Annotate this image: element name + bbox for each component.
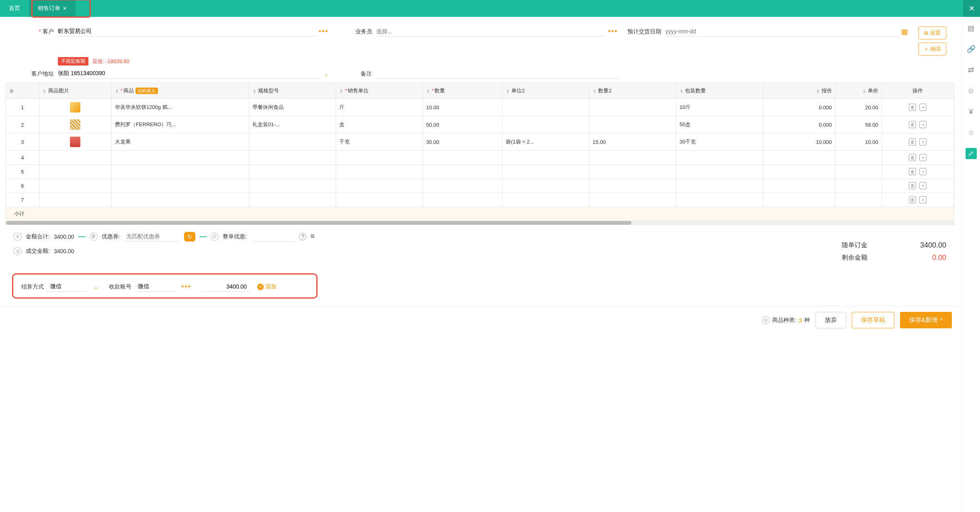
- deal-value: 3400.00: [54, 248, 74, 254]
- add-row-icon[interactable]: +: [919, 104, 927, 111]
- sort-icon[interactable]: ▲▼: [426, 89, 430, 94]
- sort-icon[interactable]: ▲▼: [679, 89, 683, 94]
- delete-row-icon[interactable]: 🗑: [909, 196, 916, 203]
- quote-cell[interactable]: 10.000: [763, 133, 835, 151]
- swap-icon[interactable]: ⇄: [966, 64, 977, 76]
- product-image-cell[interactable]: [39, 116, 111, 133]
- payment-amount-input[interactable]: [202, 282, 250, 292]
- more-icon[interactable]: •••: [178, 283, 195, 291]
- qty-cell[interactable]: 10.00: [423, 99, 502, 116]
- delete-row-icon[interactable]: 🗑: [909, 182, 916, 189]
- link-icon[interactable]: 🔗: [966, 43, 977, 55]
- money-icon[interactable]: ¥: [966, 106, 977, 117]
- delete-row-icon[interactable]: 🗑: [909, 154, 916, 161]
- qty-cell[interactable]: 30.00: [423, 133, 502, 151]
- chevron-down-icon[interactable]: ⌄: [90, 284, 102, 290]
- star-icon[interactable]: ☆: [966, 127, 977, 138]
- gear-icon[interactable]: ⚙: [9, 88, 14, 94]
- settings-button[interactable]: ⚙设置: [918, 27, 946, 39]
- more-icon[interactable]: •••: [316, 27, 332, 36]
- sort-icon[interactable]: ▲▼: [339, 89, 343, 94]
- remark-input[interactable]: [376, 69, 621, 79]
- save-and-new-button[interactable]: 保存&新增 ^: [900, 312, 952, 328]
- unit-cell[interactable]: 千克: [336, 133, 423, 151]
- scan-entry-button[interactable]: 扫码录入: [135, 88, 158, 94]
- product-image-cell[interactable]: [39, 133, 111, 151]
- quote-cell[interactable]: 0.000: [763, 99, 835, 116]
- salesperson-input[interactable]: [376, 27, 605, 37]
- add-payment-button[interactable]: + 添加: [257, 283, 277, 291]
- table-row[interactable]: 2费列罗（FERRERO）巧...礼盒装01-...盒50.0050盒0.000…: [6, 116, 954, 133]
- note-icon[interactable]: ▤: [966, 23, 977, 34]
- sort-icon[interactable]: ▲▼: [506, 89, 510, 94]
- coupon-input[interactable]: [124, 231, 180, 242]
- product-image-cell[interactable]: [39, 99, 111, 116]
- customer-address-input[interactable]: [58, 69, 321, 79]
- payment-method-input[interactable]: [47, 282, 87, 292]
- payment-account-input[interactable]: [135, 282, 175, 292]
- packqty-cell[interactable]: 50盒: [676, 116, 763, 133]
- table-row[interactable]: 5🗑+: [6, 165, 954, 179]
- discard-button[interactable]: 放弃: [816, 312, 846, 328]
- add-row-icon[interactable]: +: [919, 154, 927, 161]
- horizontal-scrollbar[interactable]: [6, 221, 954, 225]
- qty2-cell[interactable]: [589, 99, 676, 116]
- delete-row-icon[interactable]: 🗑: [909, 168, 916, 175]
- packqty-cell[interactable]: 10斤: [676, 99, 763, 116]
- sort-icon[interactable]: ▲▼: [252, 89, 256, 94]
- save-draft-button[interactable]: 保存草稿: [852, 312, 894, 328]
- add-row-icon[interactable]: +: [919, 182, 927, 189]
- tab-bar-collapse-icon[interactable]: ✕: [963, 0, 980, 17]
- add-row-icon[interactable]: +: [919, 168, 927, 175]
- spec-cell[interactable]: [249, 133, 336, 151]
- product-name-cell[interactable]: 费列罗（FERRERO）巧...: [111, 116, 249, 133]
- qty2-cell[interactable]: [589, 116, 676, 133]
- table-row[interactable]: 1华美华夫软饼1200g 糕...早餐休闲食品斤10.0010斤0.00020.…: [6, 99, 954, 116]
- close-icon[interactable]: ✕: [63, 6, 67, 11]
- quote-cell[interactable]: 0.000: [763, 116, 835, 133]
- unit2-cell[interactable]: 袋(1袋 ≈ 2...: [502, 133, 589, 151]
- unit-cell[interactable]: 斤: [336, 99, 423, 116]
- product-name-cell[interactable]: 火龙果: [111, 133, 249, 151]
- table-row[interactable]: 7🗑+: [6, 193, 954, 207]
- delete-row-icon[interactable]: 🗑: [909, 104, 916, 111]
- help-icon[interactable]: ?: [299, 233, 306, 240]
- qty2-cell[interactable]: 15.00: [589, 133, 676, 151]
- add-row-icon[interactable]: +: [919, 121, 927, 128]
- unit-cell[interactable]: 盒: [336, 116, 423, 133]
- order-discount-input[interactable]: [251, 231, 295, 242]
- table-row[interactable]: 3火龙果千克30.00袋(1袋 ≈ 2...15.0030千克10.00010.…: [6, 133, 954, 151]
- qty-cell[interactable]: 50.00: [423, 116, 502, 133]
- logistics-button[interactable]: ＋物流: [918, 43, 946, 55]
- sort-icon[interactable]: ▲▼: [862, 89, 866, 94]
- spec-cell[interactable]: 早餐休闲食品: [249, 99, 336, 116]
- delete-row-icon[interactable]: 🗑: [909, 138, 916, 145]
- delivery-date-input[interactable]: [665, 27, 899, 37]
- unit2-cell[interactable]: [502, 116, 589, 133]
- expand-icon[interactable]: ⤢: [966, 148, 977, 159]
- table-row[interactable]: 4🗑+: [6, 151, 954, 165]
- customer-input[interactable]: [58, 27, 316, 37]
- sort-icon[interactable]: ▲▼: [115, 89, 119, 94]
- user-icon[interactable]: ☺: [966, 85, 977, 96]
- unitprice-cell[interactable]: 58.00: [835, 116, 882, 133]
- add-row-icon[interactable]: +: [919, 138, 927, 145]
- more-icon[interactable]: •••: [605, 27, 621, 36]
- packqty-cell[interactable]: 30千克: [676, 133, 763, 151]
- refresh-icon[interactable]: ↻: [184, 232, 195, 242]
- table-row[interactable]: 6🗑+: [6, 179, 954, 193]
- chevron-down-icon[interactable]: ⌄: [321, 71, 332, 77]
- sort-icon[interactable]: ▲▼: [43, 89, 47, 94]
- delete-row-icon[interactable]: 🗑: [909, 121, 916, 128]
- product-name-cell[interactable]: 华美华夫软饼1200g 糕...: [111, 99, 249, 116]
- spec-cell[interactable]: 礼盒装01-...: [249, 116, 336, 133]
- unit2-cell[interactable]: [502, 99, 589, 116]
- unitprice-cell[interactable]: 10.00: [835, 133, 882, 151]
- tab-home[interactable]: 首页: [0, 0, 29, 17]
- calendar-icon[interactable]: ▦: [899, 27, 910, 36]
- sort-icon[interactable]: ▲▼: [816, 89, 820, 94]
- add-row-icon[interactable]: +: [919, 196, 927, 203]
- unitprice-cell[interactable]: 20.00: [835, 99, 882, 116]
- sort-icon[interactable]: ▲▼: [593, 89, 597, 94]
- tab-sales-order[interactable]: 销售订单 ✕: [29, 0, 76, 17]
